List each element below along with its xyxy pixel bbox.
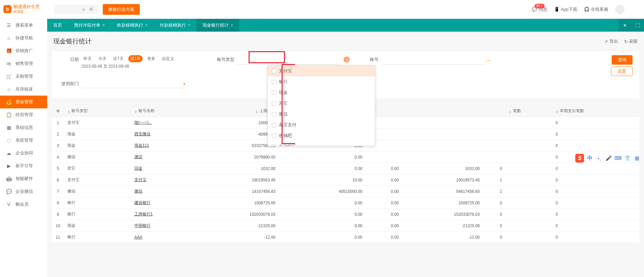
msg-badge: 99 + xyxy=(535,4,545,8)
avatar[interactable] xyxy=(615,5,624,14)
customer-service-link[interactable]: 🎧 在线客服 xyxy=(584,6,608,12)
chevron-down-icon: ∨ xyxy=(82,7,85,12)
logo-text: 畅捷通好生意 xyxy=(13,4,40,9)
header: b 畅捷通好生意 标准版 ∨ ⚙ 体验行业方案 💬 99 + 消息 📱 App下… xyxy=(0,0,644,19)
app-download-link[interactable]: 📱 App下载 xyxy=(554,6,577,12)
company-selector[interactable]: ∨ ⚙ xyxy=(54,5,98,14)
expand-button[interactable] xyxy=(631,5,641,14)
phone-icon: 📱 xyxy=(554,7,559,12)
headset-icon: 🎧 xyxy=(584,7,589,12)
try-solution-button[interactable]: 体验行业方案 xyxy=(103,4,140,15)
messages-link[interactable]: 💬 99 + 消息 xyxy=(532,6,547,12)
header-right: 💬 99 + 消息 📱 App下载 🎧 在线客服 xyxy=(532,5,641,14)
gear-icon[interactable]: ⚙ xyxy=(89,7,93,12)
logo-icon: b xyxy=(3,5,11,13)
logo-sub: 标准版 xyxy=(13,9,40,14)
logo-area: b 畅捷通好生意 标准版 xyxy=(3,4,51,14)
